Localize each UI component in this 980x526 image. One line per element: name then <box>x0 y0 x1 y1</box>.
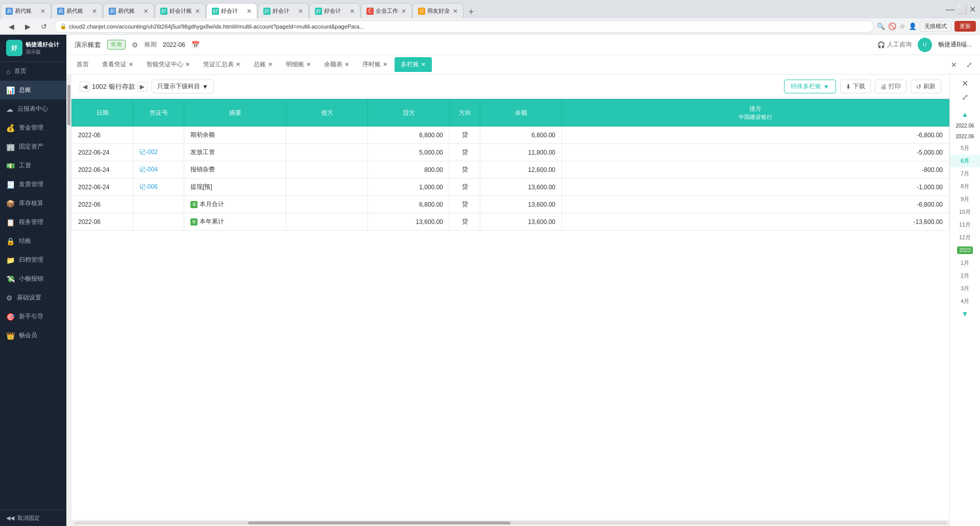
date-item-7[interactable]: 7月 <box>950 167 980 180</box>
sidebar-item-reports[interactable]: ☁ 云报表中心 <box>0 99 66 118</box>
tab-voucher-summary[interactable]: 凭证汇总表 ✕ <box>197 57 247 72</box>
tab-detail-ledger-close[interactable]: ✕ <box>306 61 311 68</box>
date-item-2023-3[interactable]: 3月 <box>950 282 980 295</box>
search-icon[interactable]: 🔍 <box>877 22 885 30</box>
browser-tab-3[interactable]: 易 易代账 ✕ <box>103 3 154 18</box>
settings-gear-icon[interactable]: ⚙ <box>132 41 138 49</box>
user-name-label[interactable]: 畅捷通B端... <box>938 40 972 49</box>
sidebar-item-invoice[interactable]: 🧾 发票管理 <box>0 175 66 194</box>
sidebar-item-member[interactable]: 👑 畅会员 <box>0 326 66 345</box>
vertical-scrollbar[interactable] <box>66 74 71 526</box>
browser-tab-4[interactable]: 好 好会计账 ✕ <box>155 3 206 18</box>
tab-voucher-summary-close[interactable]: ✕ <box>236 61 240 68</box>
right-panel-close-button[interactable]: ✕ <box>962 79 968 88</box>
unpin-button[interactable]: ◀◀ 取消固定 <box>6 514 60 522</box>
sidebar-item-assets[interactable]: 🏢 固定资产 <box>0 137 66 156</box>
date-item-2022-06-1[interactable]: 2022.06 <box>950 120 980 131</box>
refresh-button[interactable]: ↺ 刷新 <box>911 80 941 93</box>
browser-tab-8[interactable]: C 企业工作 ✕ <box>361 3 412 18</box>
browser-tab-9[interactable]: U 用友好业 ✕ <box>412 3 463 18</box>
maximize-button[interactable]: ⬜ <box>957 5 967 14</box>
voucher-link-004[interactable]: 记-004 <box>139 166 158 173</box>
incognito-mode-btn[interactable]: 无痕模式 <box>920 21 951 32</box>
reload-button[interactable]: ↺ <box>37 19 51 34</box>
tab-multi-col[interactable]: 多栏账 ✕ <box>395 57 432 72</box>
tab-sequential-ledger[interactable]: 序时账 ✕ <box>356 57 394 72</box>
minimize-button[interactable]: — <box>946 4 955 15</box>
date-item-8[interactable]: 8月 <box>950 180 980 193</box>
tabs-collapse-button[interactable]: ✕ <box>947 58 961 71</box>
sidebar-item-archive[interactable]: 📁 归档管理 <box>0 251 66 269</box>
voucher-link-006[interactable]: 记-006 <box>139 183 158 190</box>
tab-close-2[interactable]: ✕ <box>92 8 97 15</box>
date-item-2023-2[interactable]: 2月 <box>950 269 980 282</box>
browser-tab-2[interactable]: 易 易代账 ✕ <box>52 3 103 18</box>
tab-close-3[interactable]: ✕ <box>143 8 149 15</box>
update-button[interactable]: 更新 <box>954 21 976 32</box>
tab-close-8[interactable]: ✕ <box>401 8 406 15</box>
horizontal-scrollbar-thumb[interactable] <box>248 521 510 524</box>
tab-balance-sheet-close[interactable]: ✕ <box>345 61 349 68</box>
forward-button[interactable]: ▶ <box>20 19 35 34</box>
sidebar-item-closing[interactable]: 🔒 结账 <box>0 232 66 251</box>
tabs-expand-button[interactable]: ⤢ <box>963 58 976 71</box>
tab-detail-ledger[interactable]: 明细账 ✕ <box>280 57 317 72</box>
date-item-12[interactable]: 12月 <box>950 231 980 244</box>
period-calendar-icon[interactable]: 📅 <box>191 41 200 48</box>
tab-close-7[interactable]: ✕ <box>350 8 355 15</box>
date-item-9[interactable]: 9月 <box>950 193 980 206</box>
scroll-up-button[interactable]: ▲ <box>960 108 971 120</box>
profile-icon[interactable]: 👤 <box>909 22 917 30</box>
tab-close-9[interactable]: ✕ <box>453 8 458 15</box>
tab-general-ledger-close[interactable]: ✕ <box>268 61 273 68</box>
account-prev-button[interactable]: ◀ <box>80 82 90 92</box>
date-item-2023-4[interactable]: 4月 <box>950 295 980 308</box>
date-item-10[interactable]: 10月 <box>950 206 980 218</box>
sidebar-item-settings[interactable]: ⚙ 基础设置 <box>0 288 66 307</box>
date-item-6[interactable]: 6月 <box>950 155 980 167</box>
account-next-button[interactable]: ▶ <box>137 82 148 92</box>
tab-view-voucher-close[interactable]: ✕ <box>129 61 133 68</box>
sidebar-item-funds[interactable]: 💰 资金管理 <box>0 118 66 137</box>
filter-dropdown[interactable]: 只显示下级科目 ▼ <box>152 80 214 93</box>
tab-view-voucher[interactable]: 查看凭证 ✕ <box>96 57 139 72</box>
sidebar-item-guide[interactable]: 🎯 新手引导 <box>0 307 66 326</box>
voucher-link-002[interactable]: 记-002 <box>139 148 158 156</box>
bottom-scrollbar[interactable] <box>71 520 949 526</box>
sidebar-item-ledger[interactable]: 📊 总账 <box>0 81 66 99</box>
sidebar-item-inventory[interactable]: 📦 库存核算 <box>0 194 66 213</box>
tab-smart-voucher-close[interactable]: ✕ <box>185 61 190 68</box>
tab-general-ledger[interactable]: 总账 ✕ <box>248 57 279 72</box>
tab-multi-col-close[interactable]: ✕ <box>421 61 426 68</box>
print-button[interactable]: 🖨 打印 <box>875 80 906 93</box>
new-tab-button[interactable]: ＋ <box>464 4 478 18</box>
download-button[interactable]: ⬇ 下载 <box>840 80 871 93</box>
user-avatar[interactable]: U <box>918 38 932 52</box>
browser-tab-6[interactable]: 好 好会计 ✕ <box>258 3 309 18</box>
browser-tab-5[interactable]: 好 好会计 ✕ <box>206 3 257 18</box>
bookmark-icon[interactable]: ☆ <box>899 22 905 30</box>
consult-button[interactable]: 🎧 人工咨询 <box>877 40 912 49</box>
date-item-2023-1[interactable]: 1月 <box>950 257 980 269</box>
tab-close-6[interactable]: ✕ <box>298 8 303 15</box>
year-2023-badge[interactable]: 2023 <box>957 246 972 254</box>
sidebar-item-tax[interactable]: 📋 税务管理 <box>0 213 66 232</box>
date-item-11[interactable]: 11月 <box>950 218 980 231</box>
date-item-5[interactable]: 5月 <box>950 142 980 155</box>
tab-close-4[interactable]: ✕ <box>195 8 200 15</box>
sidebar-item-salary[interactable]: 💵 工资 <box>0 156 66 175</box>
browser-tab-1[interactable]: 易 易代账 ✕ <box>0 3 51 18</box>
sidebar-item-expense[interactable]: 💸 小畅报销 <box>0 269 66 288</box>
close-button[interactable]: ✕ <box>969 5 976 14</box>
tab-close-1[interactable]: ✕ <box>40 8 45 15</box>
multi-col-type-button[interactable]: 特殊多栏账 ▼ <box>784 80 836 93</box>
tab-balance-sheet[interactable]: 余额表 ✕ <box>318 57 355 72</box>
tab-close-5[interactable]: ✕ <box>247 8 252 15</box>
scroll-down-button[interactable]: ▼ <box>960 308 971 320</box>
tab-home[interactable]: 首页 <box>70 57 95 72</box>
account-tag-badge[interactable]: 常用 <box>107 40 126 49</box>
right-panel-expand-button[interactable]: ⤢ <box>962 92 968 102</box>
url-input[interactable]: 🔒 cloud2.chanjet.com/accounting/uh26t264… <box>54 20 874 33</box>
browser-tab-7[interactable]: 好 好会计 ✕ <box>309 3 360 18</box>
back-button[interactable]: ◀ <box>4 19 18 34</box>
